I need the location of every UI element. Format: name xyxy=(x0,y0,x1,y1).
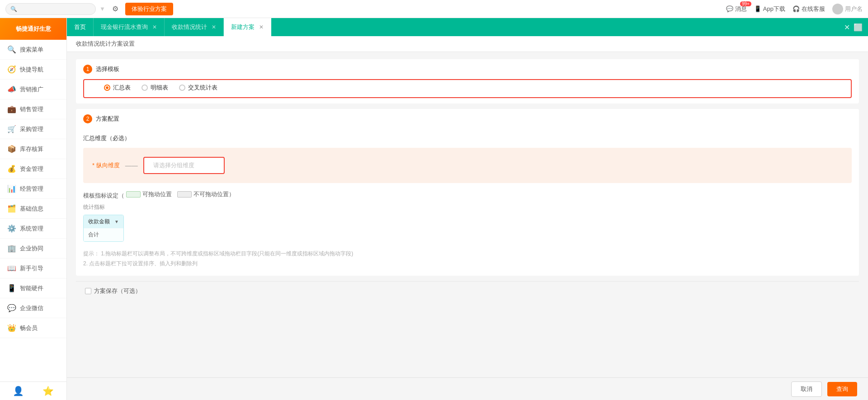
sidebar-item-purchase[interactable]: 🛒 采购管理 xyxy=(0,119,66,139)
user-bottom-icon[interactable]: 👤 xyxy=(13,386,24,396)
page-breadcrumb: 收款情况统计方案设置 xyxy=(67,36,868,52)
radio-detail[interactable]: 明细表 xyxy=(142,84,168,92)
top-header: 🔍 ▼ ⚙ 体验行业方案 💬 消息 99+ 📱 App下载 🎧 在线客服 用户名 xyxy=(0,0,868,18)
guide-icon: 📖 xyxy=(7,264,16,273)
sidebar-item-wechat[interactable]: 💬 企业微信 xyxy=(0,298,66,318)
inventory-icon: 📦 xyxy=(7,145,16,153)
trial-button[interactable]: 体验行业方案 xyxy=(125,3,173,15)
sidebar-label-operations: 经营管理 xyxy=(20,185,43,193)
sidebar-item-member[interactable]: 👑 畅会员 xyxy=(0,318,66,338)
tab-cashflow-close[interactable]: ✕ xyxy=(152,24,157,30)
tab-cashflow[interactable]: 现金银行流水查询 ✕ xyxy=(94,18,165,36)
tab-cashflow-label: 现金银行流水查询 xyxy=(101,23,148,31)
query-button[interactable]: 查询 xyxy=(827,382,857,396)
sidebar-item-search[interactable]: 🔍 搜索菜单 xyxy=(0,40,66,60)
wechat-icon: 💬 xyxy=(7,304,16,312)
step2-num: 2 xyxy=(86,116,90,122)
cancel-button[interactable]: 取消 xyxy=(791,381,822,397)
radio-cross[interactable]: 交叉统计表 xyxy=(179,84,217,92)
step2-section: 2 方案配置 汇总维度（必选） * 纵向维度 —— xyxy=(76,109,859,276)
config-section: 汇总维度（必选） * 纵向维度 —— 请选择分组维度 xyxy=(76,129,859,276)
messages-badge[interactable]: 💬 消息 99+ xyxy=(726,5,747,13)
radio-cross-dot[interactable] xyxy=(179,85,185,91)
save-checkbox[interactable] xyxy=(85,288,91,294)
app-logo: 畅捷通好生意 xyxy=(0,18,66,40)
tab-home[interactable]: 首页 xyxy=(67,18,94,36)
tab-receipts[interactable]: 收款情况统计 ✕ xyxy=(165,18,224,36)
dim-select-placeholder: 请选择分组维度 xyxy=(153,162,194,169)
hints-area: 提示： 1.拖动标题栏可以调整布局，不可跨维度或指标区域拖动栏目字段(只能在同一… xyxy=(83,249,852,268)
online-service[interactable]: 🎧 在线客服 xyxy=(793,5,825,13)
member-icon: 👑 xyxy=(7,324,16,332)
download-icon: 📱 xyxy=(754,5,761,12)
dimension-select[interactable]: 请选择分组维度 xyxy=(143,157,225,174)
collab-icon: 🏢 xyxy=(7,244,16,253)
stat-card-header[interactable]: 收款金额 ▼ xyxy=(84,215,123,228)
basics-icon: 🗂️ xyxy=(7,204,16,213)
app-download[interactable]: 📱 App下载 xyxy=(754,5,785,13)
step1-title: 选择模板 xyxy=(96,65,119,73)
gear-icon[interactable]: ⚙ xyxy=(109,3,122,15)
stat-card-body: 合计 xyxy=(84,228,123,241)
sidebar-item-inventory[interactable]: 📦 库存核算 xyxy=(0,139,66,159)
window-close-icon[interactable]: ✕ xyxy=(844,23,850,32)
sidebar-label-wechat: 企业微信 xyxy=(20,304,43,312)
online-service-label: 在线客服 xyxy=(802,5,825,13)
vertical-dim-label: * 纵向维度 xyxy=(92,161,120,169)
radio-detail-dot[interactable] xyxy=(142,85,148,91)
sidebar-label-finance: 资金管理 xyxy=(20,165,43,173)
step1-num: 1 xyxy=(86,66,90,72)
sidebar-label-purchase: 采购管理 xyxy=(20,125,43,133)
sidebar-item-quicknav[interactable]: 🧭 快捷导航 xyxy=(0,60,66,80)
radio-summary-dot[interactable] xyxy=(104,85,110,91)
tab-home-label: 首页 xyxy=(74,23,86,31)
user-avatar[interactable]: 用户名 xyxy=(832,4,863,14)
radio-summary-label: 汇总表 xyxy=(113,84,131,92)
hardware-icon: 📱 xyxy=(7,284,16,292)
radio-summary[interactable]: 汇总表 xyxy=(104,84,131,92)
message-icon: 💬 xyxy=(726,5,733,12)
step1-circle: 1 xyxy=(83,65,92,74)
sidebar-item-sales[interactable]: 💼 销售管理 xyxy=(0,99,66,119)
search-nav-icon: 🔍 xyxy=(7,45,16,54)
sidebar-item-marketing[interactable]: 📣 营销推广 xyxy=(0,80,66,99)
draggable-label: 可拖动位置 xyxy=(142,190,172,198)
hint-2: 2. 点击标题栏下拉可设置排序、插入列和删除列 xyxy=(83,259,852,269)
config-section-header: 汇总维度（必选） xyxy=(83,129,852,148)
sidebar-label-system: 系统管理 xyxy=(20,225,43,233)
step1-header: 1 选择模板 xyxy=(76,59,859,79)
sidebar-item-operations[interactable]: 📊 经营管理 xyxy=(0,179,66,199)
sidebar-label-quicknav: 快捷导航 xyxy=(20,66,43,74)
tab-bar: 首页 现金银行流水查询 ✕ 收款情况统计 ✕ 新建方案 ✕ ✕ ⬜ xyxy=(67,18,868,36)
compass-icon: 🧭 xyxy=(7,65,16,74)
sidebar-label-basics: 基础信息 xyxy=(20,205,43,213)
window-expand-icon[interactable]: ⬜ xyxy=(854,23,863,32)
search-icon: 🔍 xyxy=(10,6,17,12)
sidebar-item-collab[interactable]: 🏢 企业协同 xyxy=(0,239,66,259)
username: 用户名 xyxy=(845,5,863,13)
sub-section-label: 汇总维度（必选） xyxy=(83,134,130,142)
page-content: 1 选择模板 汇总表 明细表 xyxy=(67,52,868,377)
sidebar-item-system[interactable]: ⚙️ 系统管理 xyxy=(0,219,66,239)
chevron-down-icon: ▼ xyxy=(114,219,119,224)
sidebar-item-finance[interactable]: 💰 资金管理 xyxy=(0,159,66,179)
radio-detail-label: 明细表 xyxy=(151,84,168,92)
sidebar-item-guide[interactable]: 📖 新手引导 xyxy=(0,259,66,278)
search-bar[interactable]: 🔍 xyxy=(5,3,96,15)
tab-receipts-label: 收款情况统计 xyxy=(172,23,207,31)
sidebar-label-search: 搜索菜单 xyxy=(20,46,43,54)
app-download-label: App下载 xyxy=(763,5,785,13)
sidebar-label-collab: 企业协同 xyxy=(20,245,43,253)
sales-icon: 💼 xyxy=(7,105,16,113)
tab-newplan[interactable]: 新建方案 ✕ xyxy=(224,18,271,36)
sidebar-item-hardware[interactable]: 📱 智能硬件 xyxy=(0,278,66,298)
page-body: 收款情况统计方案设置 1 选择模板 汇总表 xyxy=(67,36,868,400)
system-icon: ⚙️ xyxy=(7,224,16,233)
star-bottom-icon[interactable]: ⭐ xyxy=(42,386,54,396)
sidebar-item-basics[interactable]: 🗂️ 基础信息 xyxy=(0,199,66,219)
tab-newplan-close[interactable]: ✕ xyxy=(259,24,264,30)
sidebar-bottom: 👤 ⭐ xyxy=(0,381,66,400)
sidebar: 畅捷通好生意 🔍 搜索菜单 🧭 快捷导航 📣 营销推广 💼 销售管理 🛒 采购管… xyxy=(0,18,67,400)
arrow-icon: —— xyxy=(125,162,138,169)
tab-receipts-close[interactable]: ✕ xyxy=(212,24,216,30)
